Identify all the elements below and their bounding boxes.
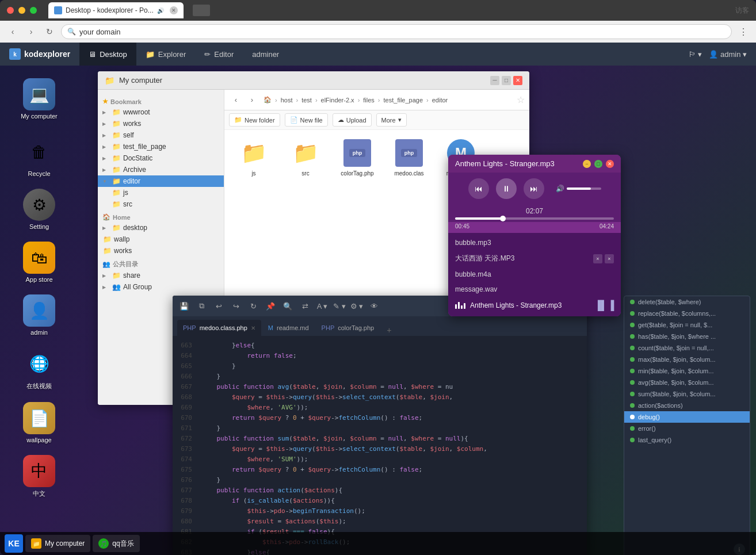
ac-item-get[interactable]: get($table, $join = null, $... <box>624 319 750 331</box>
edit-tool-btn[interactable]: ✎ ▾ <box>333 299 346 313</box>
desktop-icon-recycle[interactable]: 🗑 Recycle <box>5 132 74 181</box>
mp-pl-message[interactable]: message.wav <box>448 282 621 297</box>
nav-tab-explorer[interactable]: 📁 Explorer <box>136 43 195 66</box>
ac-item-max[interactable]: max($table, $join, $colum... <box>624 354 750 365</box>
desktop-icon-chrome[interactable]: 🌐 在线视频 <box>5 344 74 394</box>
mp-pl-btn1[interactable]: × <box>593 254 602 263</box>
nav-tab-desktop[interactable]: 🖥 Desktop <box>79 43 136 66</box>
ac-item-lastquery[interactable]: last_query() <box>624 434 750 446</box>
fm-back-btn[interactable]: ‹ <box>229 93 243 107</box>
nav-user[interactable]: 👤 admin ▾ <box>709 50 747 59</box>
traffic-light-close[interactable] <box>7 7 14 14</box>
mp-pause-btn[interactable]: ⏸ <box>496 178 517 199</box>
more-btn[interactable]: More ▾ <box>376 113 407 127</box>
mp-progress-bar[interactable] <box>455 217 614 220</box>
editor-tab-colortag[interactable]: PHP colorTag.php <box>316 320 380 336</box>
desktop-icon-setting[interactable]: ⚙ Setting <box>5 185 74 234</box>
bread-elfinder[interactable]: elFinder-2.x <box>319 95 357 105</box>
sidebar-item-share[interactable]: ▶ 📁 share <box>98 270 224 281</box>
sidebar-item-works2[interactable]: 📁 works <box>98 245 224 257</box>
fm-maximize-btn[interactable]: □ <box>502 76 511 85</box>
ac-item-error[interactable]: error() <box>624 423 750 434</box>
file-item-js[interactable]: 📁 js <box>234 139 274 178</box>
sidebar-item-editor[interactable]: ▼ 📁 editor <box>98 175 224 187</box>
upload-btn[interactable]: ☁ Upload <box>333 113 372 127</box>
search-code-btn[interactable]: 🔍 <box>281 299 295 313</box>
add-tab-btn[interactable]: + <box>383 324 395 336</box>
traffic-light-minimize[interactable] <box>18 7 25 14</box>
copy-btn[interactable]: ⧉ <box>194 299 208 313</box>
taskbar-ke-btn[interactable]: KE <box>5 534 23 553</box>
mp-minimize-btn[interactable]: − <box>583 160 591 168</box>
ac-item-min[interactable]: min($table, $join, $colum... <box>624 365 750 377</box>
medoo-tab-close[interactable]: ✕ <box>251 325 255 331</box>
file-item-colortag[interactable]: php colorTag.php <box>337 139 377 178</box>
ac-item-replace[interactable]: replace($table, $columns,... <box>624 308 750 319</box>
redo-btn[interactable]: ↪ <box>229 299 243 313</box>
mp-maximize-btn[interactable]: □ <box>594 160 602 168</box>
sidebar-item-desktop[interactable]: ▶ 📁 desktop <box>98 222 224 234</box>
file-item-medoo[interactable]: php medoo.clas <box>389 139 429 178</box>
sidebar-item-js[interactable]: 📁 js <box>98 187 224 198</box>
taskbar-my-computer[interactable]: 📁 My computer <box>25 535 90 552</box>
desktop-icon-my-computer[interactable]: 💻 My computer <box>5 75 74 123</box>
sidebar-item-wwwroot[interactable]: ▶ 📁 wwwroot <box>98 106 224 118</box>
mp-pl-bubble[interactable]: bubble.mp3 <box>448 235 621 250</box>
mp-pl-btn2[interactable]: × <box>605 254 614 263</box>
sidebar-item-src[interactable]: 📁 src <box>98 198 224 210</box>
ac-item-delete[interactable]: delete($table, $where) <box>624 296 750 308</box>
nav-tab-adminer[interactable]: adminer <box>243 43 288 66</box>
traffic-light-maximize[interactable] <box>30 7 37 14</box>
bread-testfilepage[interactable]: test_file_page <box>381 95 426 105</box>
mp-next-btn[interactable]: ⏭ <box>524 178 544 199</box>
sidebar-item-docstatic[interactable]: ▶ 📁 DocStatic <box>98 152 224 164</box>
reload-btn[interactable]: ↻ <box>43 25 56 39</box>
bread-host[interactable]: host <box>278 95 295 105</box>
ac-item-avg[interactable]: avg($table, $join, $colum... <box>624 377 750 388</box>
font-btn[interactable]: A ▾ <box>315 299 329 313</box>
nav-flag-icon[interactable]: 🏳 ▾ <box>689 50 702 59</box>
browser-menu-btn[interactable]: ⋮ <box>736 25 750 39</box>
pin-btn[interactable]: 📌 <box>264 299 277 313</box>
bread-test[interactable]: test <box>299 95 314 105</box>
refresh-btn[interactable]: ↻ <box>246 299 260 313</box>
fm-star-btn[interactable]: ☆ <box>517 94 525 105</box>
forward-btn[interactable]: › <box>24 25 38 39</box>
file-item-src[interactable]: 📁 src <box>285 139 326 178</box>
desktop-icon-zhongwen[interactable]: 中 中文 <box>5 451 74 502</box>
settings-btn[interactable]: ⚙ ▾ <box>350 299 364 313</box>
preview-btn[interactable]: 👁 <box>367 299 381 313</box>
taskbar-qq-music[interactable]: 🎵 qq音乐 <box>93 535 139 552</box>
fm-forward-btn[interactable]: › <box>245 93 259 107</box>
nav-tab-editor[interactable]: ✏ Editor <box>195 43 243 66</box>
sidebar-item-allgroup[interactable]: ▶ 👥 All Group <box>98 281 224 293</box>
code-content[interactable]: }else{ return false; } } public function… <box>197 336 587 555</box>
mp-pl-bubblem4a[interactable]: bubble.m4a <box>448 267 621 282</box>
sidebar-item-self[interactable]: ▶ 📁 self <box>98 129 224 141</box>
desktop-icon-appstore[interactable]: 🛍 App store <box>5 238 74 286</box>
ac-item-action[interactable]: action($actions) <box>624 400 750 411</box>
mp-prev-btn[interactable]: ⏮ <box>468 178 489 199</box>
bread-home[interactable]: 🏠 <box>261 95 274 105</box>
tab-mute-icon[interactable]: 🔊 <box>157 7 164 14</box>
fm-minimize-btn[interactable]: ─ <box>490 76 499 85</box>
mp-volume-bar[interactable] <box>567 187 601 190</box>
save-btn[interactable]: 💾 <box>177 299 191 313</box>
mp-pl-dahua[interactable]: 大话西游 天浴.MP3 × × <box>448 250 621 267</box>
ac-item-has[interactable]: has($table, $join, $where ... <box>624 331 750 342</box>
browser-tab[interactable]: Desktop - kodexplorer - Po... 🔊 ✕ <box>48 2 184 18</box>
ac-item-sum[interactable]: sum($table, $join, $colum... <box>624 388 750 400</box>
editor-tab-readme[interactable]: M readme.md <box>262 320 315 336</box>
desktop-icon-admin[interactable]: 👤 admin <box>5 291 74 339</box>
mp-close-btn[interactable]: ✕ <box>606 160 614 168</box>
bread-editor[interactable]: editor <box>430 95 450 105</box>
new-tab-btn[interactable] <box>193 5 210 16</box>
undo-btn[interactable]: ↩ <box>212 299 226 313</box>
sidebar-item-test-file-page[interactable]: ▶ 📁 test_file_page <box>98 141 224 152</box>
fm-close-btn[interactable]: ✕ <box>513 76 522 85</box>
sidebar-item-works[interactable]: ▶ 📁 works <box>98 118 224 129</box>
editor-tab-medoo[interactable]: PHP medoo.class.php ✕ <box>177 320 261 336</box>
address-bar[interactable]: 🔍 your domain <box>61 24 732 39</box>
shuffle-btn[interactable]: ⇄ <box>298 299 312 313</box>
bread-files[interactable]: files <box>361 95 377 105</box>
